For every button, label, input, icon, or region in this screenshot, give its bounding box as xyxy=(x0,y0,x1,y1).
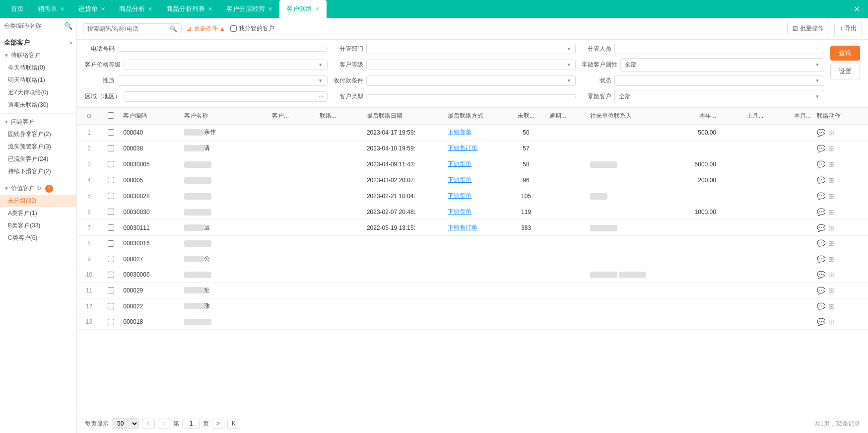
message-icon[interactable]: 💬 xyxy=(817,192,825,200)
message-icon[interactable]: 💬 xyxy=(817,160,825,168)
row-checkbox[interactable] xyxy=(108,209,114,215)
message-icon[interactable]: 💬 xyxy=(817,129,825,137)
last-method-link[interactable]: 下销货单 xyxy=(448,176,471,183)
grid-icon[interactable]: ⊞ xyxy=(828,144,834,152)
this-month-column-header[interactable]: 本月... xyxy=(766,108,813,125)
sidebar-item-a-class[interactable]: A类客户(1) xyxy=(0,207,76,219)
retail-attr-input[interactable]: 全部▼ xyxy=(620,58,824,72)
sidebar-item-lost[interactable]: 已流失客户(24) xyxy=(0,153,76,165)
my-customers-checkbox-container[interactable]: 我分管的客户 xyxy=(230,24,274,33)
message-icon[interactable]: 💬 xyxy=(817,208,825,216)
nav-tab-customer-contact[interactable]: 客户联络 ✕ xyxy=(279,0,327,18)
message-icon[interactable]: 💬 xyxy=(817,224,825,232)
row-checkbox[interactable] xyxy=(108,129,114,136)
reset-button[interactable]: 设置 xyxy=(830,64,860,79)
code-column-header[interactable]: 客户编码 xyxy=(120,108,181,125)
last-method-link[interactable]: 下销售订单 xyxy=(448,224,477,231)
person-input[interactable]: ··· xyxy=(614,44,824,54)
grid-icon[interactable]: ⊞ xyxy=(828,129,834,137)
row-checkbox[interactable] xyxy=(108,319,114,325)
grid-icon[interactable]: ⊞ xyxy=(828,255,834,263)
overdue-column-header[interactable]: 逾期... xyxy=(546,108,587,125)
last-date-column-header[interactable]: 最后联络日期 xyxy=(364,108,445,125)
customer-contact-tab-close[interactable]: ✕ xyxy=(315,6,320,12)
sidebar-item-b-class[interactable]: B类客户(33) xyxy=(0,219,76,232)
first-page-button[interactable]: K xyxy=(142,419,155,429)
grid-icon[interactable]: ⊞ xyxy=(828,208,834,216)
nav-tab-home[interactable]: 首页 xyxy=(4,0,31,18)
sidebar-item-tomorrow[interactable]: 明天待联络(1) xyxy=(0,74,76,86)
sidebar-item-week[interactable]: 近7天待联络(0) xyxy=(0,86,76,99)
sidebar-item-declining[interactable]: 持续下滑客户(2) xyxy=(0,165,76,178)
last-method-link[interactable]: 下销售订单 xyxy=(448,144,477,151)
nav-tab-sales[interactable]: 销售单 ✕ xyxy=(31,0,71,18)
sales-tab-close[interactable]: ✕ xyxy=(60,6,65,12)
grid-icon[interactable]: ⊞ xyxy=(828,224,834,232)
price-level-input[interactable]: ▼ xyxy=(124,60,328,70)
message-icon[interactable]: 💬 xyxy=(817,176,825,184)
analysis-list-tab-close[interactable]: ✕ xyxy=(208,6,212,12)
page-size-select[interactable]: 50 100 200 xyxy=(112,418,139,429)
grid-icon[interactable]: ⊞ xyxy=(828,160,834,168)
last-month-column-header[interactable]: 上月... xyxy=(719,108,766,125)
dept-input[interactable]: ▼ xyxy=(366,44,576,54)
grid-icon[interactable]: ⊞ xyxy=(828,287,834,294)
last-method-link[interactable]: 下销货单 xyxy=(448,160,471,167)
this-year-column-header[interactable]: 本年... xyxy=(672,108,719,125)
purchase-tab-close[interactable]: ✕ xyxy=(101,6,105,12)
row-checkbox[interactable] xyxy=(108,256,114,262)
select-all-checkbox[interactable] xyxy=(108,112,114,119)
sidebar-item-today[interactable]: 今天待联络(0) xyxy=(0,62,76,74)
my-customers-checkbox[interactable] xyxy=(230,25,237,32)
last-method-link[interactable]: 下销货单 xyxy=(448,208,471,215)
customer-level-input[interactable]: ▼ xyxy=(366,60,576,70)
sidebar-group-value[interactable]: ▼ 价值客户 ↻ ! xyxy=(0,182,76,195)
sidebar-item-c-class[interactable]: C类客户(6) xyxy=(0,232,76,244)
grid-icon[interactable]: ⊞ xyxy=(828,318,834,326)
sidebar-item-unsegmented[interactable]: 未分组(32) xyxy=(0,195,76,207)
last-page-button[interactable]: K xyxy=(227,419,240,429)
grid-icon[interactable]: ⊞ xyxy=(828,302,834,310)
search-icon[interactable]: 🔍 xyxy=(170,25,177,32)
nav-tab-purchase[interactable]: 进货单 ✕ xyxy=(71,0,112,18)
sidebar-search-input[interactable] xyxy=(4,22,64,29)
row-checkbox[interactable] xyxy=(108,303,114,309)
sidebar-item-churn-risk[interactable]: 流失预警客户(3) xyxy=(0,141,76,153)
message-icon[interactable]: 💬 xyxy=(817,302,825,310)
row-checkbox[interactable] xyxy=(108,177,114,183)
settings-column-header[interactable]: ⚙ xyxy=(77,108,101,125)
message-icon[interactable]: 💬 xyxy=(817,239,825,247)
contact-column-header[interactable]: 联络... xyxy=(317,108,364,125)
nav-tab-analysis[interactable]: 商品分析 ✕ xyxy=(112,0,159,18)
refresh-icon[interactable]: ↻ xyxy=(37,185,41,192)
type-column-header[interactable]: 客户... xyxy=(269,108,316,125)
unit-contact-column-header[interactable]: 往来单位联系人 xyxy=(587,108,672,125)
batch-ops-button[interactable]: ☑ 批量操作 xyxy=(787,22,829,35)
row-checkbox[interactable] xyxy=(108,161,114,167)
sidebar-all-customers-header[interactable]: 全部客户 « xyxy=(0,34,76,49)
message-icon[interactable]: 💬 xyxy=(817,255,825,263)
message-icon[interactable]: 💬 xyxy=(817,318,825,326)
status-input[interactable]: ▼ xyxy=(614,75,824,86)
check-column-header[interactable] xyxy=(101,108,120,125)
uncontacted-column-header[interactable]: 未联... xyxy=(506,108,546,125)
grid-icon[interactable]: ⊞ xyxy=(828,239,834,247)
region-input[interactable]: ··· xyxy=(124,91,328,102)
export-button[interactable]: ↑ 导出 xyxy=(834,22,862,35)
grid-icon[interactable]: ⊞ xyxy=(828,192,834,200)
name-column-header[interactable]: 客户名称 xyxy=(181,108,269,125)
row-checkbox[interactable] xyxy=(108,224,114,231)
message-icon[interactable]: 💬 xyxy=(817,287,825,294)
sidebar-group-problem[interactable]: ▼ 问题客户 xyxy=(0,116,76,128)
message-icon[interactable]: 💬 xyxy=(817,271,825,279)
payment-input[interactable]: ▼ xyxy=(366,75,576,86)
row-checkbox[interactable] xyxy=(108,145,114,151)
analysis-tab-close[interactable]: ✕ xyxy=(148,6,152,12)
phone-input[interactable] xyxy=(118,47,328,52)
row-checkbox[interactable] xyxy=(108,193,114,199)
customer-segment-tab-close[interactable]: ✕ xyxy=(268,6,272,12)
retail-customer-input[interactable]: 全部▼ xyxy=(614,90,824,103)
nav-tab-customer-segment[interactable]: 客户分层经营 ✕ xyxy=(219,0,279,18)
last-method-column-header[interactable]: 最后联络方式 xyxy=(445,108,506,125)
query-button[interactable]: 查询 xyxy=(830,46,860,61)
